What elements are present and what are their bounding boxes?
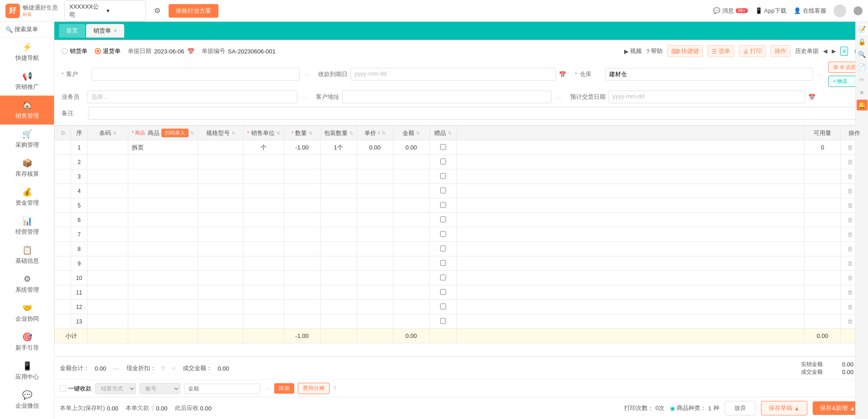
row-pkgqty-12[interactable] <box>320 314 357 329</box>
row-unit-8[interactable] <box>243 256 284 271</box>
row-delete-0[interactable]: 🗑 <box>847 144 853 151</box>
row-delete-5[interactable]: 🗑 <box>847 217 853 223</box>
select-link[interactable]: ☰ 选单 <box>708 45 734 57</box>
row-spec-6[interactable] <box>198 227 243 242</box>
print-link[interactable]: 🖨 打印 <box>739 45 766 57</box>
row-amount-5[interactable] <box>393 213 429 227</box>
row-amount-9[interactable] <box>393 271 429 285</box>
row-unit-11[interactable] <box>243 300 284 314</box>
row-spec-8[interactable] <box>198 256 243 271</box>
row-pkgqty-7[interactable] <box>320 242 357 256</box>
tab-sales-order[interactable]: 销货单 × <box>86 24 124 38</box>
row-delete-7[interactable]: 🗑 <box>847 246 853 252</box>
amount-input[interactable] <box>184 384 260 394</box>
return-order-radio[interactable]: 退货单 <box>95 47 121 55</box>
right-btn-1[interactable]: 📝 <box>857 24 868 34</box>
row-qty-12[interactable] <box>284 314 320 329</box>
row-product-4[interactable] <box>128 198 198 213</box>
row-qty-5[interactable] <box>284 213 320 227</box>
add-payment-button[interactable]: 添加 <box>274 383 294 394</box>
row-product-9[interactable] <box>128 271 198 285</box>
expense-button[interactable]: 费用分摊 <box>298 383 330 394</box>
row-delete-10[interactable]: 🗑 <box>847 289 853 296</box>
row-amount-0[interactable]: 0.00 <box>393 140 429 155</box>
row-gift-7[interactable] <box>429 242 456 256</box>
row-delete-12[interactable]: 🗑 <box>847 318 853 325</box>
help-link[interactable]: ? 帮助 <box>646 47 663 55</box>
sidebar-item-basic[interactable]: 📋 基础信息 <box>0 241 54 270</box>
row-price-12[interactable] <box>357 314 393 329</box>
row-product-10[interactable] <box>128 285 198 300</box>
customer-address-input[interactable] <box>342 91 552 103</box>
row-qty-3[interactable] <box>284 184 320 198</box>
right-btn-2[interactable]: 🔒 <box>857 36 868 47</box>
row-gift-1[interactable] <box>429 155 456 169</box>
customer-input[interactable] <box>92 68 300 81</box>
row-delete-11[interactable]: 🗑 <box>847 303 853 310</box>
col-header-gear[interactable]: ⚙ <box>55 126 71 140</box>
salesman-input[interactable]: 选择... <box>87 91 297 103</box>
row-unit-12[interactable] <box>243 314 284 329</box>
row-qty-7[interactable] <box>284 242 320 256</box>
row-barcode-9[interactable] <box>87 271 128 285</box>
sidebar-item-quick-nav[interactable]: ⚡ 快捷导航 <box>0 38 54 67</box>
account-select[interactable]: 账号 <box>140 383 180 394</box>
row-spec-10[interactable] <box>198 285 243 300</box>
row-barcode-8[interactable] <box>87 256 128 271</box>
row-product-12[interactable] <box>128 314 198 329</box>
view-list-btn[interactable]: ≡ <box>840 47 848 56</box>
row-qty-8[interactable] <box>284 256 320 271</box>
one-click-checkbox[interactable] <box>60 385 66 392</box>
sidebar-item-system[interactable]: ⚙ 系统管理 <box>0 270 54 299</box>
warehouse-input[interactable]: 建材仓 <box>605 68 813 81</box>
row-price-9[interactable] <box>357 271 393 285</box>
nav-next-btn[interactable]: ▶ <box>832 48 836 54</box>
save-draft-button[interactable]: 保存草稿 ▲ <box>761 401 808 415</box>
row-gift-3[interactable] <box>429 184 456 198</box>
row-pkgqty-0[interactable]: 1个 <box>320 140 357 155</box>
row-price-8[interactable] <box>357 256 393 271</box>
row-amount-10[interactable] <box>393 285 429 300</box>
sale-order-radio[interactable]: 销货单 <box>62 47 87 55</box>
row-gift-11[interactable] <box>429 300 456 314</box>
row-pkgqty-5[interactable] <box>320 213 357 227</box>
qty-sort-icon[interactable]: ⇅ <box>309 130 312 135</box>
sidebar-item-member[interactable]: 👑 畅会员 <box>0 414 54 419</box>
order-owe-help-icon[interactable]: ? <box>151 405 154 412</box>
row-pkgqty-2[interactable] <box>320 169 357 184</box>
row-unit-5[interactable] <box>243 213 284 227</box>
right-btn-7[interactable]: 🔔 <box>857 100 868 111</box>
sidebar-search[interactable]: 🔍 搜索菜单 <box>0 22 54 38</box>
pkgqty-sort-icon[interactable]: ⇅ <box>349 130 353 135</box>
price-sort-icon[interactable]: ⇅ <box>382 130 385 135</box>
row-qty-1[interactable] <box>284 155 320 169</box>
row-product-1[interactable] <box>128 155 198 169</box>
row-spec-2[interactable] <box>198 169 243 184</box>
abandon-button[interactable]: 放弃 <box>725 401 756 415</box>
receive-cal-icon[interactable]: 📅 <box>559 71 566 78</box>
estimated-cal-icon[interactable]: 📅 <box>808 94 815 101</box>
row-spec-3[interactable] <box>198 184 243 198</box>
one-click-pay-checkbox[interactable]: 一键收款 <box>60 385 92 393</box>
scan-button[interactable]: 扫码录入 <box>161 129 189 137</box>
row-price-4[interactable] <box>357 198 393 213</box>
row-amount-2[interactable] <box>393 169 429 184</box>
row-spec-9[interactable] <box>198 271 243 285</box>
row-amount-8[interactable] <box>393 256 429 271</box>
company-selector[interactable]: XXXXXX公司 ▾ <box>64 0 146 21</box>
avatar2[interactable] <box>853 6 863 15</box>
row-gift-4[interactable] <box>429 198 456 213</box>
tab-close-icon[interactable]: × <box>114 28 117 34</box>
row-price-5[interactable] <box>357 213 393 227</box>
app-download-btn[interactable]: 📱 App下载 <box>755 7 786 15</box>
row-amount-1[interactable] <box>393 155 429 169</box>
row-gift-0[interactable] <box>429 140 456 155</box>
spec-sort-icon[interactable]: ⇅ <box>232 130 235 135</box>
gift-sort-icon[interactable]: ⇅ <box>448 130 451 135</box>
row-product-3[interactable] <box>128 184 198 198</box>
right-btn-3[interactable]: 🔍 <box>857 49 868 60</box>
row-gift-9[interactable] <box>429 271 456 285</box>
row-unit-6[interactable] <box>243 227 284 242</box>
amount-sort-icon[interactable]: ⇅ <box>416 130 420 135</box>
row-pkgqty-10[interactable] <box>320 285 357 300</box>
